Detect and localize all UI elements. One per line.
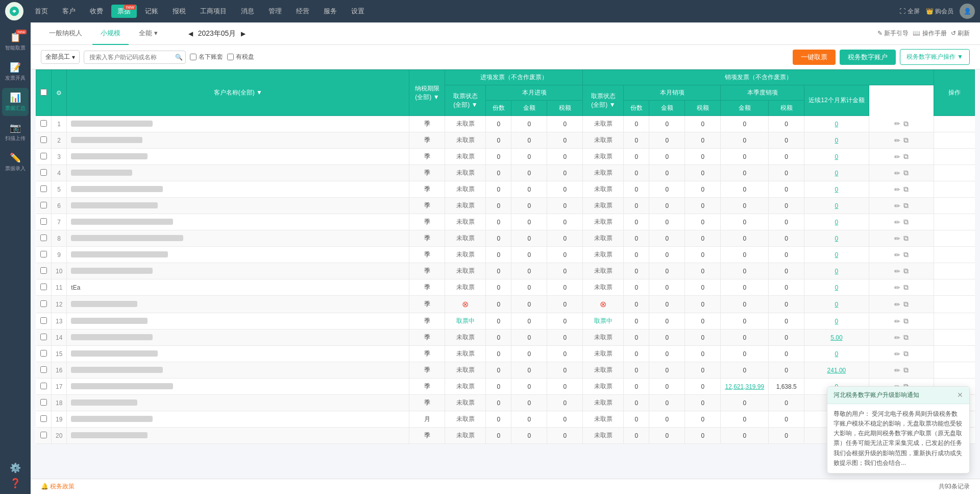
nav-manage[interactable]: 管理 <box>262 5 288 18</box>
tax-digital-account-action-button[interactable]: 税务数字账户操作 ▼ <box>900 49 970 65</box>
cum-amount-cell[interactable]: 241.00 <box>804 362 869 379</box>
edit-icon[interactable]: ✏ <box>894 317 900 325</box>
copy-icon[interactable]: ⧉ <box>903 120 909 128</box>
row-checkbox[interactable] <box>40 399 47 406</box>
row-checkbox-cell[interactable] <box>36 181 52 198</box>
row-checkbox-cell[interactable] <box>36 313 52 330</box>
cum-amount-cell[interactable]: 0 <box>804 149 869 165</box>
row-checkbox-cell[interactable] <box>36 263 52 279</box>
nav-home[interactable]: 首页 <box>29 5 54 18</box>
cum-amount-cell[interactable]: 0 <box>804 132 869 149</box>
row-checkbox-cell[interactable] <box>36 395 52 411</box>
cum-amount-cell[interactable]: 0 <box>804 296 869 313</box>
tab-general-taxpayer[interactable]: 一般纳税人 <box>41 22 90 45</box>
select-all-checkbox[interactable] <box>40 89 47 96</box>
edit-icon[interactable]: ✏ <box>894 153 900 161</box>
cum-amount-cell[interactable]: 0 <box>804 263 869 279</box>
copy-icon[interactable]: ⧉ <box>903 333 909 342</box>
copy-icon[interactable]: ⧉ <box>903 136 909 145</box>
edit-icon[interactable]: ✏ <box>894 234 900 243</box>
user-avatar[interactable]: 👤 <box>960 4 975 19</box>
copy-icon[interactable]: ⧉ <box>903 349 909 358</box>
row-checkbox-cell[interactable] <box>36 165 52 181</box>
new-guide-button[interactable]: ✎ 新手引导 <box>877 29 909 38</box>
edit-icon[interactable]: ✏ <box>894 120 900 128</box>
month-next-button[interactable]: ▶ <box>241 30 246 37</box>
copy-icon[interactable]: ⧉ <box>903 234 909 243</box>
edit-icon[interactable]: ✏ <box>894 218 900 226</box>
row-checkbox[interactable] <box>40 267 47 274</box>
row-checkbox[interactable] <box>40 251 47 257</box>
cum-amount-cell[interactable]: 0 <box>804 181 869 198</box>
edit-icon[interactable]: ✏ <box>894 202 900 210</box>
cum-amount-cell[interactable]: 0 <box>804 313 869 330</box>
copy-icon[interactable]: ⧉ <box>903 250 909 259</box>
operation-manual-button[interactable]: 📖 操作手册 <box>913 29 946 38</box>
sub-accounts-checkbox[interactable] <box>190 54 197 60</box>
edit-icon[interactable]: ✏ <box>894 284 900 292</box>
help-icon[interactable]: ❓ <box>10 478 21 489</box>
copy-icon[interactable]: ⧉ <box>903 185 909 194</box>
cum-amount-cell[interactable]: 5.00 <box>804 330 869 346</box>
search-icon[interactable]: 🔍 <box>175 54 183 61</box>
nav-tax[interactable]: 报税 <box>166 5 192 18</box>
copy-icon[interactable]: ⧉ <box>903 300 909 309</box>
edit-icon[interactable]: ✏ <box>894 350 900 358</box>
popup-close-button[interactable]: ✕ <box>957 391 963 399</box>
cum-amount-cell[interactable]: 0 <box>804 198 869 214</box>
employee-filter[interactable]: 全部员工 ▾ <box>41 50 80 64</box>
row-checkbox-cell[interactable] <box>36 247 52 263</box>
edit-icon[interactable]: ✏ <box>894 334 900 342</box>
sidebar-item-invoice-entry[interactable]: ✏️ 票据录入 <box>2 148 29 176</box>
sidebar-item-invoice-summary[interactable]: 📊 票据汇总 <box>2 88 29 116</box>
edit-icon[interactable]: ✏ <box>894 366 900 374</box>
row-checkbox-cell[interactable] <box>36 214 52 230</box>
search-input[interactable] <box>84 51 186 64</box>
row-checkbox-cell[interactable] <box>36 346 52 362</box>
nav-settings[interactable]: 设置 <box>345 5 371 18</box>
edit-icon[interactable]: ✏ <box>894 169 900 177</box>
sidebar-item-scan-upload[interactable]: 📷 扫描上传 <box>2 118 29 146</box>
checkbox-sub-accounts[interactable]: 名下账套 <box>190 53 223 61</box>
nav-business[interactable]: 工商项目 <box>194 5 233 18</box>
copy-icon[interactable]: ⧉ <box>903 317 909 325</box>
th-customer-name[interactable]: 客户名称(全部) ▼ <box>67 70 409 116</box>
nav-accounting[interactable]: 记账 <box>139 5 164 18</box>
nav-customer[interactable]: 客户 <box>56 5 82 18</box>
checkbox-tax-disk[interactable]: 有税盘 <box>227 53 254 61</box>
tab-small-scale[interactable]: 小规模 <box>92 22 129 45</box>
sidebar-item-smart-ticket[interactable]: 📋 智能取票 new <box>2 28 29 56</box>
settings-icon[interactable]: ⚙️ <box>10 462 21 474</box>
tab-all-capable[interactable]: 全能 ▾ <box>131 22 166 45</box>
fullscreen-button[interactable]: ⛶ 全屏 <box>899 7 919 16</box>
nav-operation[interactable]: 经营 <box>290 5 315 18</box>
row-checkbox[interactable] <box>40 383 47 389</box>
edit-icon[interactable]: ✏ <box>894 300 900 309</box>
row-checkbox[interactable] <box>40 366 47 373</box>
row-checkbox-cell[interactable] <box>36 379 52 395</box>
copy-icon[interactable]: ⧉ <box>903 283 909 292</box>
copy-icon[interactable]: ⧉ <box>903 267 909 275</box>
row-checkbox[interactable] <box>40 169 47 176</box>
copy-icon[interactable]: ⧉ <box>903 152 909 161</box>
row-checkbox-cell[interactable] <box>36 362 52 379</box>
one-click-ticket-button[interactable]: 一键取票 <box>793 50 836 65</box>
edit-icon[interactable]: ✏ <box>894 251 900 259</box>
row-checkbox[interactable] <box>40 202 47 208</box>
th-in-status[interactable]: 取票状态(全部) ▼ <box>445 85 486 116</box>
month-prev-button[interactable]: ◀ <box>188 30 193 37</box>
row-checkbox[interactable] <box>40 415 47 422</box>
row-checkbox[interactable] <box>40 300 47 307</box>
cum-amount-cell[interactable]: 0 <box>804 214 869 230</box>
sidebar-item-invoice-open[interactable]: 📝 发票开具 <box>2 58 29 86</box>
row-checkbox[interactable] <box>40 284 47 290</box>
nav-fee[interactable]: 收费 <box>84 5 109 18</box>
row-checkbox[interactable] <box>40 120 47 127</box>
cum-amount-cell[interactable]: 0 <box>804 116 869 132</box>
copy-icon[interactable]: ⧉ <box>903 201 909 210</box>
copy-icon[interactable]: ⧉ <box>903 169 909 177</box>
row-checkbox-cell[interactable] <box>36 279 52 296</box>
copy-icon[interactable]: ⧉ <box>903 366 909 374</box>
row-checkbox-cell[interactable] <box>36 428 52 444</box>
edit-icon[interactable]: ✏ <box>894 185 900 194</box>
